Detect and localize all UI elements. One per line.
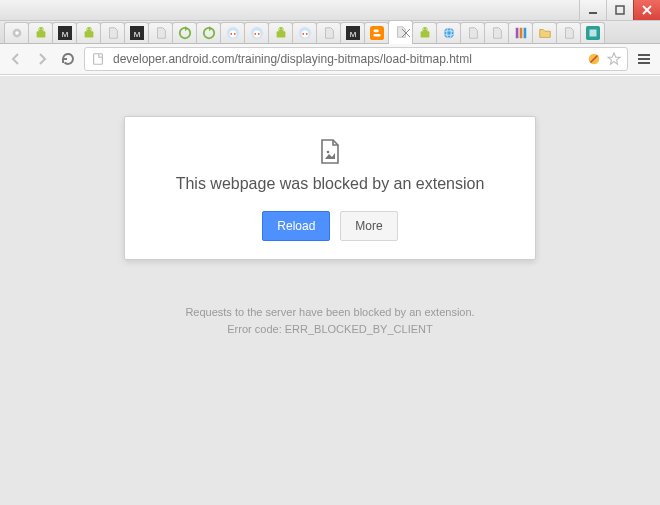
- browser-tab[interactable]: [172, 22, 197, 43]
- minimize-icon: [588, 5, 598, 15]
- blocked-page-icon: [145, 139, 515, 165]
- svg-text:M: M: [61, 30, 68, 39]
- browser-tab[interactable]: [364, 22, 389, 43]
- omnibox[interactable]: [84, 47, 628, 71]
- browser-tab[interactable]: [76, 22, 101, 43]
- browser-tab[interactable]: [196, 22, 221, 43]
- android-green-icon: [418, 26, 432, 40]
- svg-point-47: [423, 28, 424, 29]
- tab-close-icon[interactable]: [402, 23, 410, 31]
- doc-gray-icon: [106, 26, 120, 40]
- error-detail: Requests to the server have been blocked…: [0, 304, 660, 337]
- mu-dark-icon: M: [58, 26, 72, 40]
- svg-point-7: [38, 27, 43, 32]
- svg-point-33: [281, 28, 282, 29]
- browser-tab[interactable]: M: [124, 22, 149, 43]
- browser-tab[interactable]: [4, 22, 29, 43]
- gear-gray-icon: [10, 26, 24, 40]
- browser-toolbar: [0, 44, 660, 75]
- svg-rect-57: [94, 54, 103, 65]
- hamburger-icon: [636, 51, 652, 67]
- nav-forward-button[interactable]: [32, 49, 52, 69]
- close-icon: [642, 5, 652, 15]
- more-button[interactable]: More: [340, 211, 397, 241]
- page-icon: [91, 52, 105, 66]
- browser-tab[interactable]: [28, 22, 53, 43]
- browser-tab[interactable]: [220, 22, 245, 43]
- browser-tab[interactable]: [412, 22, 437, 43]
- reddit-icon: [250, 26, 264, 40]
- error-line-2: Error code: ERR_BLOCKED_BY_CLIENT: [0, 321, 660, 338]
- window-maximize-button[interactable]: [606, 0, 633, 20]
- svg-marker-60: [608, 53, 620, 64]
- browser-tab[interactable]: [244, 22, 269, 43]
- browser-tab[interactable]: M: [52, 22, 77, 43]
- browser-tab[interactable]: [580, 22, 605, 43]
- svg-point-46: [422, 27, 427, 32]
- svg-point-48: [425, 28, 426, 29]
- nav-back-button[interactable]: [6, 49, 26, 69]
- svg-point-5: [15, 31, 19, 35]
- blocked-card: This webpage was blocked by an extension…: [124, 116, 536, 260]
- browser-tab[interactable]: [292, 22, 317, 43]
- globe-blue-icon: [442, 26, 456, 40]
- tab-strip: MMM: [0, 21, 660, 44]
- window-minimize-button[interactable]: [579, 0, 606, 20]
- svg-marker-19: [185, 26, 188, 31]
- svg-rect-56: [589, 30, 596, 37]
- mu-dark-icon: M: [346, 26, 360, 40]
- svg-point-8: [39, 28, 40, 29]
- window-close-button[interactable]: [633, 0, 660, 20]
- android-green-icon: [274, 26, 288, 40]
- svg-point-28: [254, 33, 256, 35]
- bookmark-star-icon[interactable]: [607, 52, 621, 66]
- browser-tab[interactable]: [100, 22, 125, 43]
- svg-rect-6: [36, 31, 45, 37]
- svg-point-25: [233, 33, 235, 35]
- svg-point-31: [278, 27, 283, 32]
- svg-rect-12: [84, 31, 93, 37]
- browser-menu-button[interactable]: [634, 49, 654, 69]
- svg-point-49: [443, 28, 454, 39]
- svg-point-36: [302, 33, 304, 35]
- browser-tab[interactable]: M: [340, 22, 365, 43]
- browser-tab[interactable]: [556, 22, 581, 43]
- folder-icon: [538, 26, 552, 40]
- svg-text:M: M: [349, 30, 356, 39]
- browser-tab[interactable]: [532, 22, 557, 43]
- reload-button[interactable]: Reload: [262, 211, 330, 241]
- window-titlebar: [0, 0, 660, 21]
- doc-gray-icon: [322, 26, 336, 40]
- svg-rect-53: [519, 28, 522, 39]
- svg-rect-54: [523, 28, 526, 39]
- browser-tab[interactable]: [484, 22, 509, 43]
- refresh-green-icon: [178, 26, 192, 40]
- doc-gray-icon: [562, 26, 576, 40]
- svg-rect-45: [420, 31, 429, 37]
- app-teal-icon: [586, 26, 600, 40]
- button-row: Reload More: [145, 211, 515, 241]
- svg-point-24: [230, 33, 232, 35]
- browser-tab[interactable]: [316, 22, 341, 43]
- browser-tab[interactable]: [268, 22, 293, 43]
- browser-tab[interactable]: [436, 22, 461, 43]
- page-viewport: This webpage was blocked by an extension…: [0, 75, 660, 505]
- svg-point-32: [279, 28, 280, 29]
- mu-dark-icon: M: [130, 26, 144, 40]
- reload-icon: [60, 51, 76, 67]
- browser-tab[interactable]: [460, 22, 485, 43]
- arrow-right-icon: [34, 51, 50, 67]
- browser-tab[interactable]: [148, 22, 173, 43]
- browser-tab[interactable]: [388, 20, 413, 43]
- nav-reload-button[interactable]: [58, 49, 78, 69]
- svg-rect-42: [373, 34, 380, 37]
- url-input[interactable]: [111, 51, 581, 67]
- blogger-icon: [370, 26, 384, 40]
- arrow-left-icon: [8, 51, 24, 67]
- browser-tab[interactable]: [508, 22, 533, 43]
- svg-point-37: [305, 33, 307, 35]
- svg-point-64: [327, 151, 330, 154]
- svg-rect-41: [373, 30, 378, 33]
- doc-gray-icon: [154, 26, 168, 40]
- svg-point-13: [86, 27, 91, 32]
